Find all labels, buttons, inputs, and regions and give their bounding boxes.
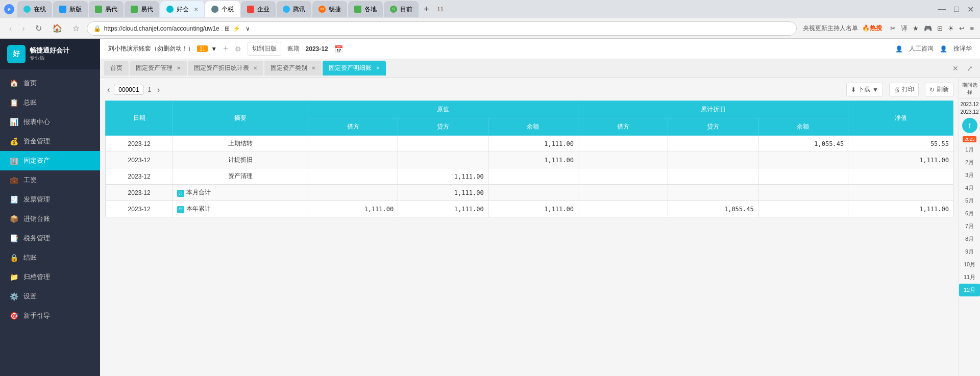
- sub-header-orig-debit: 借方: [308, 118, 398, 136]
- period-item-1[interactable]: 1月: [959, 143, 980, 156]
- period-item-8[interactable]: 8月: [959, 233, 980, 245]
- new-tab-button[interactable]: +: [420, 4, 433, 15]
- pager-prev[interactable]: ‹: [105, 85, 112, 94]
- sidebar-item-settings[interactable]: ⚙️ 设置: [0, 287, 100, 306]
- ledger-table: 日期 摘要 原值 累计折旧 净值 借方 贷方 余额 借方: [105, 101, 953, 217]
- tab-home[interactable]: 首页: [104, 61, 129, 76]
- url-bar[interactable]: 🔒 https://cloud.chanjet.com/accounting/u…: [87, 21, 797, 36]
- tab-close-fixed-mgmt[interactable]: ✕: [177, 65, 181, 71]
- back-button[interactable]: ‹: [6, 22, 15, 35]
- browser-tab-muqian[interactable]: S 目前: [384, 1, 419, 17]
- forward-button[interactable]: ›: [19, 22, 28, 35]
- reports-icon: 📊: [9, 117, 18, 127]
- cell-accum-credit: 1,055.45: [668, 201, 758, 217]
- action-buttons: ⬇ 下载 ▼ 🖨 打印 ↻ 刷新: [846, 83, 953, 96]
- undo-icon[interactable]: ↩: [959, 24, 965, 32]
- period-item-10[interactable]: 10月: [959, 258, 980, 271]
- download-icon: ⬇: [851, 86, 856, 93]
- table-container: 日期 摘要 原值 累计折旧 净值 借方 贷方 余额 借方: [105, 101, 953, 217]
- page-tabs: 首页 固定资产管理 ✕ 固定资产折旧统计表 ✕ 固定资产类别 ✕ 固定资产明细账…: [100, 59, 980, 78]
- download-button[interactable]: ⬇ 下载 ▼: [846, 83, 883, 96]
- tab-depreciation-stat[interactable]: 固定资产折旧统计表 ✕: [188, 61, 263, 76]
- sidebar-item-home[interactable]: 🏠 首页: [0, 73, 100, 93]
- dropdown-icon[interactable]: ▼: [211, 45, 217, 53]
- topbar-right: 👤 人工咨询 👤 徐译华: [895, 44, 972, 53]
- maximize-button[interactable]: □: [952, 3, 961, 16]
- print-button[interactable]: 🖨 打印: [889, 83, 919, 96]
- tab-fixed-mgmt[interactable]: 固定资产管理 ✕: [130, 61, 187, 76]
- browser-tab-changjie[interactable]: M 畅捷: [312, 1, 347, 17]
- sidebar-item-inventory[interactable]: 📦 进销台账: [0, 209, 100, 229]
- month-badge: 月: [177, 190, 184, 197]
- period-item-12[interactable]: 12月: [959, 284, 980, 296]
- restore-button[interactable]: ✕: [949, 63, 962, 73]
- brightness-icon[interactable]: ☀: [948, 24, 954, 32]
- tab-close-depreciation[interactable]: ✕: [253, 65, 257, 71]
- close-button[interactable]: ✕: [965, 3, 976, 16]
- sidebar-item-archive[interactable]: 📁 归档管理: [0, 267, 100, 287]
- browser-tab-gedi[interactable]: 各地: [348, 1, 383, 17]
- browser-tab-online[interactable]: 在线: [17, 1, 52, 17]
- switch-version-button[interactable]: 切到旧版: [248, 42, 281, 56]
- tab-fixed-ledger[interactable]: 固定资产明细账 ✕: [323, 61, 386, 76]
- payroll-icon: 💼: [9, 176, 18, 185]
- browser-tab-geshui[interactable]: 个税: [205, 1, 240, 17]
- tab-close-haohui[interactable]: ✕: [194, 7, 198, 12]
- minimize-button[interactable]: —: [936, 3, 948, 16]
- tab-close-category[interactable]: ✕: [311, 65, 315, 71]
- tab-close-ledger[interactable]: ✕: [376, 65, 380, 71]
- settings-small-icon[interactable]: ⚙: [235, 45, 241, 53]
- sidebar-item-tax[interactable]: 📑 税务管理: [0, 229, 100, 248]
- sub-header-orig-balance: 余额: [488, 118, 578, 136]
- period-item-4[interactable]: 4月: [959, 182, 980, 194]
- period-item-5[interactable]: 5月: [959, 194, 980, 207]
- browser-tab-new[interactable]: 新版: [53, 1, 88, 17]
- browser-tab-qiye[interactable]: 企业: [241, 1, 276, 17]
- cell-accum-debit: [578, 136, 668, 152]
- period-item-3[interactable]: 3月: [959, 169, 980, 182]
- pager-next[interactable]: ›: [155, 85, 162, 94]
- sidebar-item-reports[interactable]: 📊 报表中心: [0, 112, 100, 132]
- sidebar-item-closing[interactable]: 🔒 结账: [0, 248, 100, 267]
- period-item-7[interactable]: 7月: [959, 220, 980, 233]
- sidebar-item-funds[interactable]: 💰 资金管理: [0, 132, 100, 151]
- help-label[interactable]: 人工咨询: [909, 44, 934, 53]
- translate-icon[interactable]: 译: [901, 24, 908, 33]
- refresh-button[interactable]: ↻ 刷新: [925, 83, 953, 96]
- cell-orig-debit: [308, 168, 398, 185]
- game-icon[interactable]: 🎮: [924, 24, 932, 32]
- grid-icon[interactable]: ⊞: [937, 24, 943, 32]
- funds-icon: 💰: [9, 137, 18, 146]
- cell-date: 2023-12: [106, 168, 173, 185]
- sidebar-item-guide[interactable]: 🎯 新手引导: [0, 306, 100, 325]
- fullscreen-button[interactable]: ⤢: [964, 63, 976, 73]
- browser-tab-yidai2[interactable]: 易代: [125, 1, 159, 17]
- back-to-top-button[interactable]: ↑: [962, 118, 977, 133]
- bookmark-button[interactable]: ☆: [69, 21, 83, 35]
- add-account-button[interactable]: +: [223, 43, 229, 54]
- browser-tab-haohui[interactable]: 好会 ✕: [160, 1, 204, 17]
- tab-fixed-category[interactable]: 固定资产类别 ✕: [264, 61, 322, 76]
- download-dropdown-icon[interactable]: ▼: [872, 86, 878, 93]
- period-item-6[interactable]: 6月: [959, 207, 980, 220]
- ssl-icon: 🔒: [93, 25, 101, 32]
- sidebar-item-ledger[interactable]: 📋 总账: [0, 93, 100, 112]
- cell-date: 2023-12: [106, 185, 173, 201]
- browser-back[interactable]: e: [4, 4, 14, 14]
- period-item-11[interactable]: 11月: [959, 271, 980, 284]
- period-label: 账期: [287, 44, 300, 53]
- browser-tab-tencent[interactable]: 腾讯: [277, 1, 311, 17]
- sidebar-item-payroll[interactable]: 💼 工资: [0, 170, 100, 190]
- star-icon[interactable]: ★: [913, 24, 919, 32]
- browser-tab-yidai1[interactable]: 易代: [89, 1, 124, 17]
- url-dropdown[interactable]: ∨: [246, 25, 250, 32]
- scissors-icon[interactable]: ✂: [890, 24, 896, 32]
- sidebar-item-fixed-assets[interactable]: 🏢 固定资产: [0, 151, 100, 170]
- sidebar-item-invoice[interactable]: 🧾 发票管理: [0, 190, 100, 209]
- calendar-icon[interactable]: 📅: [334, 45, 343, 53]
- reload-button[interactable]: ↻: [32, 21, 45, 35]
- home-button[interactable]: 🏠: [49, 21, 65, 35]
- period-item-2[interactable]: 2月: [959, 156, 980, 169]
- menu-icon[interactable]: ≡: [970, 24, 974, 32]
- period-item-9[interactable]: 9月: [959, 245, 980, 258]
